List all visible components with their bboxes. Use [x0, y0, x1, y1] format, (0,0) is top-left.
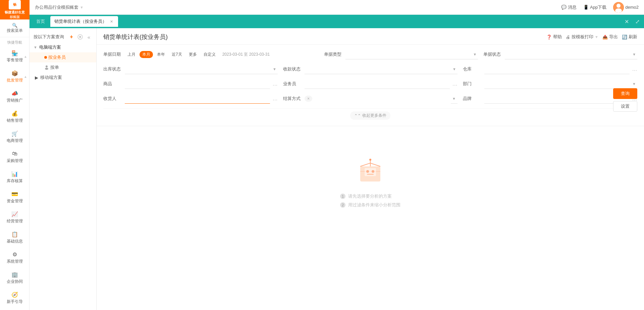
empty-line2: 用过滤条件来缩小分析范围 — [348, 202, 400, 208]
tree-mobile-group[interactable]: ▶ 移动端方案 — [30, 72, 96, 83]
panel-edit-btn[interactable] — [77, 34, 84, 40]
brand-field: 品牌 ... — [463, 94, 637, 104]
step1-dot: 1 — [340, 194, 345, 199]
tree-by-order-label: 按单 — [50, 64, 59, 70]
sidebar-item-retail[interactable]: 🏪 零售管理 ▲ — [0, 46, 29, 66]
fullscreen-btn[interactable]: ⤢ — [633, 17, 641, 25]
sidebar-item-purchase[interactable]: 🛍 采购管理 — [0, 147, 29, 167]
tab-home[interactable]: 首页 — [32, 16, 49, 27]
date-shortcuts: 上月 本月 本年 近7天 更多 自定义 — [125, 51, 218, 58]
tree-pc-label: 电脑端方案 — [39, 44, 61, 50]
tabbar: 首页 销货单统计表（按业务员） ✕ ✕ ⤢ — [30, 15, 644, 28]
goods-input[interactable] — [125, 79, 270, 89]
svg-rect-12 — [367, 174, 374, 175]
warehouse-input[interactable] — [484, 64, 630, 74]
salesman-dots[interactable]: ... — [452, 81, 458, 87]
sales-icon: 💰 — [11, 110, 18, 117]
svg-point-14 — [369, 159, 371, 161]
help-label: 帮助 — [553, 34, 562, 40]
pc-group-arrow-icon: ▼ — [34, 45, 37, 49]
msg-icon: 💬 — [561, 5, 567, 10]
date-last-month[interactable]: 上月 — [125, 51, 138, 58]
topbar-user[interactable]: demo2 — [613, 2, 639, 13]
consignee-input[interactable] — [125, 94, 270, 104]
sidebar-item-wholesale[interactable]: 📦 批发管理 ▲ — [0, 66, 29, 87]
page-header-actions: ❓ 帮助 🖨 按模板打印 ▼ 📤 导出 🔄 刷新 — [546, 34, 637, 40]
topbar-dropdown-icon[interactable]: ▼ — [80, 5, 84, 9]
panel-add-btn[interactable]: + — [68, 34, 75, 40]
sidebar-item-inventory[interactable]: 📊 库存核算 — [0, 167, 29, 187]
tab-sales-stat[interactable]: 销货单统计表（按业务员） ✕ — [50, 16, 118, 27]
refresh-icon: 🔄 — [622, 35, 627, 40]
logo-text: 畅捷通好生意 — [5, 10, 25, 15]
tree-pc-group[interactable]: ▼ 电脑端方案 — [30, 42, 96, 52]
date-last7[interactable]: 近7天 — [169, 51, 185, 58]
date-this-year[interactable]: 本年 — [154, 51, 168, 58]
empty-step-1: 1 请先选择要分析的方案 — [340, 193, 400, 199]
goods-dots[interactable]: ... — [273, 81, 278, 87]
dept-select[interactable]: ▼ — [484, 79, 637, 89]
collect-status-select[interactable]: ▼ — [305, 64, 458, 74]
topbar-msg-btn[interactable]: 💬 消息 — [561, 4, 577, 10]
brand-input[interactable] — [484, 94, 630, 104]
topbar-app-btn[interactable]: 📱 App下载 — [583, 4, 606, 10]
payment-select[interactable]: ▼ — [451, 94, 458, 104]
sidebar-item-apps[interactable]: 🔷 应用中心 — [0, 308, 29, 310]
consignee-label: 收货人 — [103, 96, 122, 102]
basic-icon: 📋 — [11, 231, 18, 238]
sidebar-item-ecommerce[interactable]: 🛒 电商管理 — [0, 127, 29, 147]
sidebar-item-enterprise[interactable]: 🏢 企业协同 — [0, 268, 29, 288]
out-status-label: 出库状态 — [103, 66, 122, 72]
help-btn[interactable]: ❓ 帮助 — [546, 34, 562, 40]
query-button[interactable]: 查询 — [613, 88, 637, 99]
close-all-btn[interactable]: ✕ — [623, 17, 631, 25]
date-this-month[interactable]: 本月 — [140, 51, 153, 58]
warehouse-dots[interactable]: ... — [632, 66, 637, 72]
sidebar-item-basic[interactable]: 📋 基础信息 — [0, 227, 29, 248]
sidebar-item-marketing[interactable]: 📣 营销推广 — [0, 87, 29, 107]
export-btn[interactable]: 📤 导出 — [602, 34, 618, 40]
sidebar-item-operation[interactable]: 📈 经营管理 — [0, 207, 29, 227]
user-avatar — [613, 2, 624, 13]
date-more[interactable]: 更多 — [186, 51, 200, 58]
doc-status-field: 单据状态 ▼ — [483, 49, 637, 59]
empty-line1: 请先选择要分析的方案 — [348, 193, 392, 199]
step2-dot: 2 — [340, 202, 345, 208]
payment-field: 结算方式 × ▼ — [283, 94, 458, 104]
svg-point-11 — [372, 170, 374, 173]
guide-icon: 🧭 — [11, 291, 18, 298]
settings-button[interactable]: 设置 — [613, 101, 637, 112]
out-status-field: 出库状态 ▼ — [103, 64, 278, 74]
refresh-btn[interactable]: 🔄 刷新 — [622, 34, 637, 40]
doc-status-label: 单据状态 — [483, 51, 502, 57]
print-btn[interactable]: 🖨 按模板打印 ▼ — [566, 34, 598, 40]
out-status-select[interactable]: ▼ — [125, 64, 278, 74]
dept-field: 部门 ▼ — [463, 79, 637, 89]
sidebar-item-guide-label: 新手引导 — [7, 299, 23, 305]
payment-tag-close[interactable]: × — [307, 96, 310, 101]
sidebar-item-enterprise-label: 企业协同 — [7, 279, 23, 285]
active-dot — [44, 56, 47, 59]
retail-icon: 🏪 — [11, 50, 18, 56]
sidebar-item-system[interactable]: ⚙ 系统管理 — [0, 248, 29, 268]
salesman-input[interactable] — [305, 79, 450, 89]
sidebar-item-finance[interactable]: 💳 资金管理 — [0, 187, 29, 207]
goods-field: 商品 ... — [103, 79, 278, 89]
doc-status-select[interactable]: ▼ — [505, 49, 637, 59]
panel-collapse-btn[interactable]: « — [86, 34, 92, 40]
tab-close-icon[interactable]: ✕ — [109, 19, 114, 24]
sidebar-search[interactable]: 🔍 搜索菜单 — [0, 19, 29, 37]
tree-by-salesman[interactable]: 按业务员 — [30, 52, 96, 62]
collapse-btn[interactable]: ⌃⌃ 收起更多条件 — [350, 111, 390, 120]
sidebar-item-sales[interactable]: 💰 销售管理 — [0, 107, 29, 127]
date-custom[interactable]: 自定义 — [201, 51, 218, 58]
chevron-up-icon: ⌃⌃ — [354, 113, 361, 118]
consignee-dots[interactable]: ... — [273, 96, 278, 101]
tree-by-order[interactable]: 按单 — [30, 62, 96, 72]
tab-sales-stat-label: 销货单统计表（按业务员） — [54, 18, 107, 24]
sidebar-item-sales-label: 销售管理 — [7, 118, 23, 123]
print-icon: 🖨 — [566, 35, 570, 40]
sidebar-item-guide[interactable]: 🧭 新手引导 — [0, 288, 29, 308]
sidebar-item-operation-label: 经营管理 — [7, 218, 23, 224]
doc-type-select[interactable]: ▼ — [345, 49, 478, 59]
